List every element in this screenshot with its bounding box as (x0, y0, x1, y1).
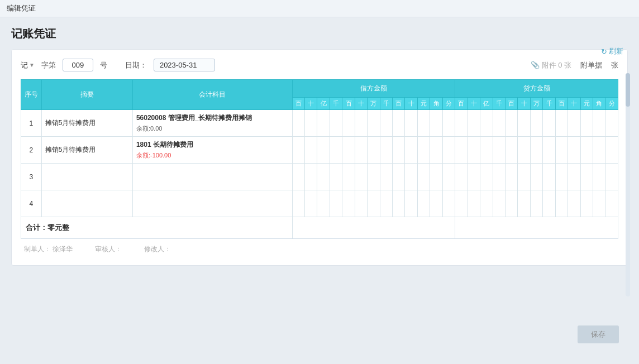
row-summary[interactable]: 摊销5月待摊费用 (41, 137, 132, 164)
refresh-button[interactable]: ↻ 刷新 (601, 46, 623, 56)
ji-select[interactable]: 记 ▼ (21, 60, 35, 70)
credit-cell[interactable] (505, 164, 517, 190)
debit-cell[interactable] (417, 137, 430, 164)
row-account[interactable]: 56020008 管理费用_长期待摊费用摊销余额:0.00 (132, 110, 292, 137)
debit-cell[interactable] (417, 110, 430, 137)
debit-cell[interactable] (393, 190, 405, 217)
credit-cell[interactable] (555, 190, 568, 217)
debit-cell[interactable] (380, 137, 392, 164)
credit-cell[interactable] (505, 110, 517, 137)
attach-document-button[interactable]: 附单据 (580, 60, 602, 70)
debit-cell[interactable] (330, 190, 342, 217)
credit-cell[interactable] (518, 137, 530, 164)
voucher-number-input[interactable] (63, 59, 93, 71)
credit-cell[interactable] (543, 137, 555, 164)
debit-cell[interactable] (442, 110, 455, 137)
credit-cell[interactable] (593, 164, 605, 190)
credit-cell[interactable] (593, 190, 605, 217)
credit-cell[interactable] (568, 190, 580, 217)
credit-cell[interactable] (555, 110, 568, 137)
debit-cell[interactable] (417, 164, 430, 190)
debit-cell[interactable] (355, 137, 367, 164)
row-summary[interactable] (41, 164, 132, 190)
credit-cell[interactable] (493, 137, 505, 164)
credit-cell[interactable] (518, 110, 530, 137)
debit-cell[interactable] (304, 164, 317, 190)
debit-cell[interactable] (304, 137, 317, 164)
credit-cell[interactable] (455, 137, 468, 164)
credit-cell[interactable] (468, 110, 480, 137)
credit-cell[interactable] (580, 190, 593, 217)
row-account[interactable]: 1801 长期待摊费用余额:-100.00 (132, 137, 292, 164)
date-input[interactable] (154, 59, 215, 71)
debit-cell[interactable] (380, 110, 392, 137)
debit-cell[interactable] (393, 137, 405, 164)
save-button[interactable]: 保存 (578, 325, 619, 343)
credit-cell[interactable] (605, 190, 618, 217)
debit-cell[interactable] (355, 190, 367, 217)
row-summary[interactable] (41, 190, 132, 217)
credit-cell[interactable] (455, 164, 468, 190)
credit-cell[interactable] (605, 137, 618, 164)
scrollbar-thumb[interactable] (626, 73, 630, 107)
debit-cell[interactable] (430, 110, 442, 137)
debit-cell[interactable] (330, 110, 342, 137)
credit-cell[interactable] (480, 190, 493, 217)
debit-cell[interactable] (330, 164, 342, 190)
credit-cell[interactable] (543, 164, 555, 190)
debit-cell[interactable] (368, 190, 380, 217)
debit-cell[interactable] (355, 164, 367, 190)
credit-cell[interactable] (530, 137, 542, 164)
debit-cell[interactable] (405, 110, 417, 137)
debit-cell[interactable] (442, 137, 455, 164)
debit-cell[interactable] (355, 110, 367, 137)
debit-cell[interactable] (405, 190, 417, 217)
debit-cell[interactable] (393, 110, 405, 137)
debit-cell[interactable] (317, 190, 330, 217)
credit-cell[interactable] (568, 164, 580, 190)
credit-cell[interactable] (530, 164, 542, 190)
debit-cell[interactable] (430, 137, 442, 164)
credit-cell[interactable] (568, 137, 580, 164)
credit-cell[interactable] (543, 190, 555, 217)
credit-cell[interactable] (605, 164, 618, 190)
debit-cell[interactable] (292, 190, 304, 217)
credit-cell[interactable] (555, 164, 568, 190)
debit-cell[interactable] (380, 190, 392, 217)
debit-cell[interactable] (330, 137, 342, 164)
credit-cell[interactable] (518, 190, 530, 217)
debit-cell[interactable] (417, 190, 430, 217)
credit-cell[interactable] (468, 190, 480, 217)
credit-cell[interactable] (543, 110, 555, 137)
debit-cell[interactable] (442, 164, 455, 190)
credit-cell[interactable] (593, 110, 605, 137)
credit-cell[interactable] (568, 110, 580, 137)
debit-cell[interactable] (342, 190, 355, 217)
credit-cell[interactable] (518, 164, 530, 190)
credit-cell[interactable] (493, 164, 505, 190)
credit-cell[interactable] (493, 110, 505, 137)
credit-cell[interactable] (480, 110, 493, 137)
credit-cell[interactable] (455, 190, 468, 217)
debit-cell[interactable] (317, 137, 330, 164)
debit-cell[interactable] (405, 137, 417, 164)
debit-cell[interactable] (430, 164, 442, 190)
row-account[interactable] (132, 164, 292, 190)
credit-cell[interactable] (530, 110, 542, 137)
debit-cell[interactable] (380, 164, 392, 190)
debit-cell[interactable] (342, 164, 355, 190)
debit-cell[interactable] (342, 110, 355, 137)
credit-cell[interactable] (480, 137, 493, 164)
debit-cell[interactable] (342, 137, 355, 164)
credit-cell[interactable] (505, 190, 517, 217)
debit-cell[interactable] (292, 110, 304, 137)
credit-cell[interactable] (530, 190, 542, 217)
credit-cell[interactable] (593, 137, 605, 164)
debit-cell[interactable] (368, 164, 380, 190)
row-account[interactable] (132, 190, 292, 217)
credit-cell[interactable] (605, 110, 618, 137)
credit-cell[interactable] (580, 164, 593, 190)
debit-cell[interactable] (393, 164, 405, 190)
credit-cell[interactable] (480, 164, 493, 190)
debit-cell[interactable] (292, 164, 304, 190)
